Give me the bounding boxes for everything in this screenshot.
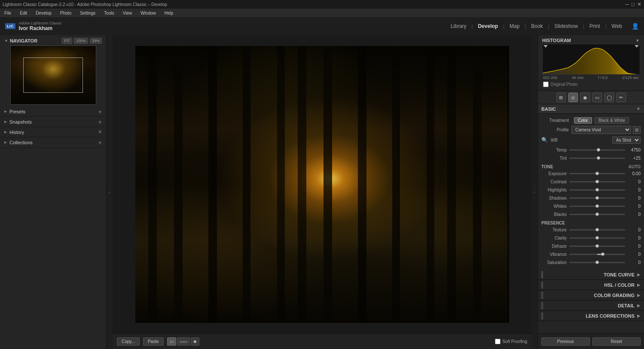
identity-plate-icon[interactable]: 👤: [632, 23, 639, 30]
left-panel-collapse-handle[interactable]: ‹: [107, 35, 113, 349]
menu-help[interactable]: Help: [163, 10, 175, 16]
histogram-collapse-arrow[interactable]: ▼: [635, 38, 640, 43]
spot-removal-button[interactable]: ◎: [568, 93, 578, 102]
redeye-button[interactable]: ◉: [580, 93, 590, 102]
detail-arrow[interactable]: ▶: [637, 303, 641, 308]
vibrance-slider-track[interactable]: [569, 254, 625, 255]
vibrance-slider-handle[interactable]: [601, 252, 604, 256]
saturation-slider-handle[interactable]: [595, 261, 599, 264]
history-clear-button[interactable]: ✕: [98, 129, 102, 135]
nav-map[interactable]: Map: [505, 21, 524, 31]
temp-slider-track[interactable]: [569, 149, 625, 151]
compare-view-button[interactable]: ▭▭: [177, 337, 190, 346]
crop-tool-button[interactable]: ⊞: [556, 93, 566, 102]
tint-slider-track[interactable]: [569, 158, 625, 159]
presets-add-button[interactable]: +: [98, 108, 102, 115]
panel-row-presets[interactable]: ▶ Presets +: [0, 106, 106, 117]
clarity-slider-track[interactable]: [569, 237, 625, 239]
menu-develop[interactable]: Develop: [34, 10, 53, 16]
photo-area: [113, 35, 531, 334]
menu-edit[interactable]: Edit: [18, 10, 29, 16]
nav-library[interactable]: Library: [446, 21, 471, 31]
exposure-slider-handle[interactable]: [595, 172, 599, 175]
treatment-bw-button[interactable]: Black & White: [595, 117, 629, 124]
radial-filter-button[interactable]: ◯: [604, 93, 614, 102]
lens-corrections-arrow[interactable]: ▶: [637, 313, 641, 318]
paste-button[interactable]: Paste: [143, 337, 164, 346]
nav-web[interactable]: Web: [607, 21, 626, 31]
tint-slider-handle[interactable]: [597, 156, 600, 160]
nav-print[interactable]: Print: [585, 21, 604, 31]
profile-dropdown[interactable]: Camera Vivid: [571, 126, 631, 134]
shadows-slider-track[interactable]: [569, 197, 625, 199]
zoom-100-button[interactable]: 100%: [74, 38, 88, 44]
dehaze-slider-handle[interactable]: [595, 244, 599, 248]
menu-view[interactable]: View: [121, 10, 134, 16]
highlights-slider-track[interactable]: [569, 189, 625, 191]
detail-section[interactable]: Detail ▶: [538, 300, 644, 311]
clarity-slider-handle[interactable]: [595, 236, 599, 240]
whites-slider-track[interactable]: [569, 206, 625, 207]
panel-row-history[interactable]: ▶ History ✕: [0, 127, 106, 137]
panel-row-snapshots[interactable]: ▶ Snapshots +: [0, 117, 106, 127]
basic-section-header[interactable]: Basic ▼: [538, 104, 644, 114]
wb-dropdown[interactable]: As Shot: [612, 137, 641, 144]
blacks-slider-handle[interactable]: [595, 212, 599, 216]
temp-slider-handle[interactable]: [597, 148, 600, 152]
menu-file[interactable]: File: [3, 10, 13, 16]
menu-window[interactable]: Window: [139, 10, 158, 16]
panel-row-collections[interactable]: ▶ Collections +: [0, 137, 106, 148]
reset-button[interactable]: Reset: [592, 337, 641, 346]
navigator-collapse-arrow[interactable]: ▼: [4, 39, 8, 43]
whites-slider-handle[interactable]: [595, 204, 599, 208]
previous-button[interactable]: Previous: [541, 337, 590, 346]
maximize-button[interactable]: □: [632, 1, 635, 7]
saturation-slider-track[interactable]: [569, 262, 625, 263]
snapshots-add-button[interactable]: +: [98, 118, 102, 125]
menu-settings[interactable]: Settings: [78, 10, 97, 16]
color-grading-arrow[interactable]: ▶: [637, 293, 641, 297]
basic-collapse-arrow[interactable]: ▼: [636, 106, 641, 111]
nav-slideshow[interactable]: Slideshow: [550, 21, 582, 31]
wb-eyedropper-icon[interactable]: 🔍: [541, 137, 548, 144]
contrast-slider-handle[interactable]: [595, 180, 599, 183]
texture-slider-track[interactable]: [569, 229, 625, 231]
title-bar-controls[interactable]: ─ □ ✕: [625, 1, 641, 7]
contrast-value: 0: [627, 179, 641, 184]
soft-proofing-checkbox[interactable]: [495, 339, 501, 344]
hsl-section[interactable]: HSL / Color ▶: [538, 280, 644, 290]
tone-curve-arrow[interactable]: ▶: [637, 272, 641, 277]
loupe-view-button[interactable]: ▭: [167, 337, 176, 346]
adjustment-brush-button[interactable]: ✏: [617, 93, 626, 102]
right-panel-collapse-handle[interactable]: ›: [531, 35, 537, 349]
zoom-fit-button[interactable]: FIT: [62, 38, 72, 44]
color-grading-section[interactable]: Color Grading ▶: [538, 290, 644, 300]
menu-tools[interactable]: Tools: [102, 10, 116, 16]
original-photo-checkbox[interactable]: [543, 82, 549, 87]
blacks-slider-track[interactable]: [569, 214, 625, 215]
contrast-slider-track[interactable]: [569, 181, 625, 182]
menu-photo[interactable]: Photo: [58, 10, 73, 16]
collections-add-button[interactable]: +: [98, 139, 102, 146]
shadows-slider-handle[interactable]: [595, 196, 599, 200]
texture-slider-handle[interactable]: [595, 228, 599, 231]
auto-button[interactable]: Auto: [629, 164, 641, 169]
copy-button[interactable]: Copy...: [117, 337, 140, 346]
treatment-color-button[interactable]: Color: [574, 117, 592, 124]
zoom-33-button[interactable]: 33%: [90, 38, 102, 44]
nav-book[interactable]: Book: [527, 21, 547, 31]
tone-curve-section[interactable]: Tone Curve ▶: [538, 270, 644, 280]
histogram-title: Histogram: [542, 38, 571, 43]
survey-view-button[interactable]: ▣: [191, 337, 199, 346]
nav-develop[interactable]: Develop: [473, 21, 502, 31]
graduated-filter-button[interactable]: ▭: [592, 93, 602, 102]
minimize-button[interactable]: ─: [625, 1, 629, 7]
close-button[interactable]: ✕: [637, 1, 641, 7]
highlights-slider-handle[interactable]: [595, 188, 599, 191]
dehaze-slider-track[interactable]: [569, 246, 625, 247]
profile-grid-icon[interactable]: ⊞: [633, 126, 641, 134]
hsl-arrow[interactable]: ▶: [637, 282, 641, 287]
navigator-thumbnail[interactable]: [10, 46, 96, 105]
exposure-slider-track[interactable]: [569, 173, 625, 174]
lens-corrections-section[interactable]: Lens Corrections ▶: [538, 311, 644, 321]
